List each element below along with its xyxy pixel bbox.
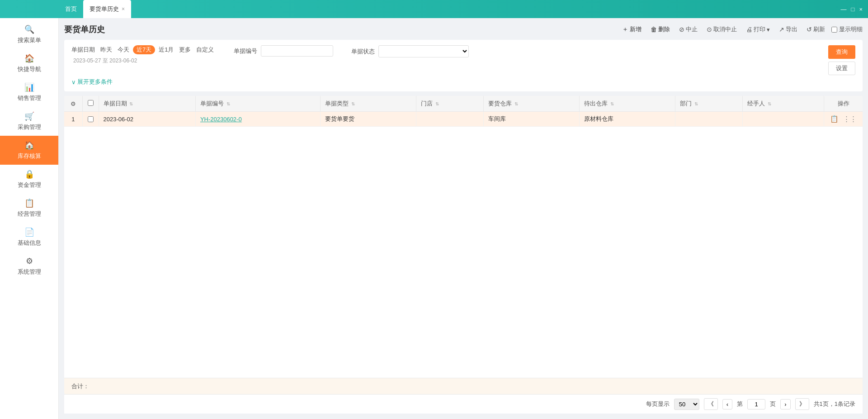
more-btn[interactable]: 更多 [177,45,193,54]
quick-nav-icon: 🏠 [24,53,34,63]
select-all-checkbox[interactable] [88,100,94,106]
row-handler [742,112,824,127]
yesterday-btn[interactable]: 昨天 [99,45,114,54]
doc-no-input[interactable] [261,45,333,57]
query-button[interactable]: 查询 [828,45,855,59]
per-page-select[interactable]: 50 10 20 100 [674,399,699,410]
col-store[interactable]: 门店 ⇅ [416,96,484,112]
filter-col-status: 单据状态 [351,45,469,57]
display-detail-checkbox[interactable]: 显示明细 [831,25,863,33]
row-checkbox-cell [82,112,99,127]
row-checkbox[interactable] [88,116,94,122]
top-bar: 首页 要货单历史 × — □ × [0,0,868,18]
setting-button[interactable]: 设置 [828,62,855,75]
add-button[interactable]: ＋ 新增 [619,24,644,35]
col-req-warehouse[interactable]: 要货仓库 ⇅ [483,96,579,112]
export-label: 导出 [786,25,797,33]
sidebar: 🔍 搜索菜单 🏠 快捷导航 📊 销售管理 🛒 采购管理 🏠 库存核算 🔒 资金管… [0,18,59,419]
per-page-label: 每页显示 [646,400,670,408]
filter-row: 单据日期 昨天 今天 近7天 近1月 更多 自定义 2023-05-27 至 2… [71,45,855,75]
row-edit-icon[interactable]: 📋 [829,115,840,123]
col-department[interactable]: 部门 ⇅ [675,96,743,112]
finance-icon: 🔒 [24,169,34,179]
maximize-icon[interactable]: □ [851,6,855,13]
sort-department-icon: ⇅ [694,101,698,106]
filter-docno-group: 单据编号 [234,45,333,57]
last-page-btn[interactable]: 》 [795,398,809,410]
sidebar-item-quick-nav[interactable]: 🏠 快捷导航 [0,49,58,78]
row-operations: 📋 ⋮⋮ [824,112,863,127]
row-index: 1 [64,112,82,127]
first-page-btn[interactable]: 《 [704,398,718,410]
suspend-label: 中止 [686,25,698,33]
delete-label: 删除 [658,25,670,33]
filter-actions: 查询 设置 [828,45,855,75]
sidebar-label-purchase: 采购管理 [18,123,41,131]
col-handler[interactable]: 经手人 ⇅ [742,96,824,112]
doc-status-select[interactable] [378,45,469,57]
close-window-icon[interactable]: × [859,6,863,13]
home-tab[interactable]: 首页 [59,0,83,18]
sidebar-item-inventory[interactable]: 🏠 库存核算 [0,136,58,165]
active-tab[interactable]: 要货单历史 × [83,0,131,18]
display-detail-check[interactable] [831,27,837,33]
custom-btn[interactable]: 自定义 [194,45,216,54]
row-more-icon[interactable]: ⋮⋮ [842,115,858,123]
refresh-button[interactable]: ↺ 刷新 [804,24,828,35]
sum-label: 合计： [71,382,89,390]
date-range-text: 2023-05-27 至 2023-06-02 [73,57,216,65]
delete-button[interactable]: 🗑 删除 [648,24,673,35]
system-icon: ⚙ [26,256,33,266]
sidebar-item-operations[interactable]: 📋 经营管理 [0,194,58,223]
col-doc-type[interactable]: 单据类型 ⇅ [321,96,416,112]
sidebar-item-basic-info[interactable]: 📄 基础信息 [0,223,58,252]
row-doc-date: 2023-06-02 [99,112,195,127]
next-page-btn[interactable]: › [780,399,790,409]
settings-icon[interactable]: ⚙ [71,100,76,107]
cancel-suspend-label: 取消中止 [713,25,737,33]
print-label: 打印 [754,25,765,33]
today-btn[interactable]: 今天 [116,45,131,54]
last1month-btn[interactable]: 近1月 [157,45,175,54]
last7days-btn[interactable]: 近7天 [133,45,155,54]
sort-doc-date-icon: ⇅ [129,101,133,106]
filter-bar: 单据日期 昨天 今天 近7天 近1月 更多 自定义 2023-05-27 至 2… [64,40,863,91]
col-pending-warehouse[interactable]: 待出仓库 ⇅ [580,96,675,112]
prev-page-btn[interactable]: ‹ [722,399,732,409]
purchase-icon: 🛒 [24,111,34,121]
row-doc-type: 要货单要货 [321,112,416,127]
sidebar-item-sales[interactable]: 📊 销售管理 [0,78,58,107]
sidebar-item-search-menu[interactable]: 🔍 搜索菜单 [0,20,58,49]
page-number-input[interactable] [747,399,765,409]
page-title: 要货单历史 [64,24,105,35]
sidebar-item-system[interactable]: ⚙ 系统管理 [0,252,58,281]
toolbar: ＋ 新增 🗑 删除 ⊘ 中止 ⊙ 取消中止 🖨 打印 [619,24,863,35]
expand-filter-btn[interactable]: ∨ 展开更多条件 [71,78,855,86]
print-button[interactable]: 🖨 打印 ▾ [743,24,773,35]
refresh-icon: ↺ [807,26,812,33]
cancel-suspend-button[interactable]: ⊙ 取消中止 [704,24,740,35]
close-tab-icon[interactable]: × [122,6,125,12]
page-footer: 每页显示 50 10 20 100 《 ‹ 第 页 › 》 共1页，1条记录 [64,394,863,414]
main-content: 要货单历史 ＋ 新增 🗑 删除 ⊘ 中止 ⊙ 取消中止 [59,18,868,419]
export-icon: ↗ [779,26,784,33]
col-doc-no[interactable]: 单据编号 ⇅ [195,96,320,112]
inventory-icon: 🏠 [24,140,34,150]
sidebar-item-purchase[interactable]: 🛒 采购管理 [0,107,58,136]
active-tab-label: 要货单历史 [90,5,119,13]
col-doc-date[interactable]: 单据日期 ⇅ [99,96,195,112]
sort-doc-no-icon: ⇅ [226,101,230,106]
col-checkbox-header [82,96,99,112]
col-settings[interactable]: ⚙ [64,96,82,112]
sidebar-label-inventory: 库存核算 [18,152,41,160]
display-detail-label: 显示明细 [839,25,863,33]
suspend-button[interactable]: ⊘ 中止 [676,24,700,35]
filter-date-label: 单据日期 [71,46,95,54]
doc-no-link[interactable]: YH-20230602-0 [200,116,242,123]
sales-icon: 📊 [24,82,34,92]
export-button[interactable]: ↗ 导出 [776,24,800,35]
sort-store-icon: ⇅ [435,101,439,106]
minimize-icon[interactable]: — [841,6,847,13]
sidebar-item-finance[interactable]: 🔒 资金管理 [0,165,58,194]
search-menu-icon: 🔍 [24,24,34,34]
